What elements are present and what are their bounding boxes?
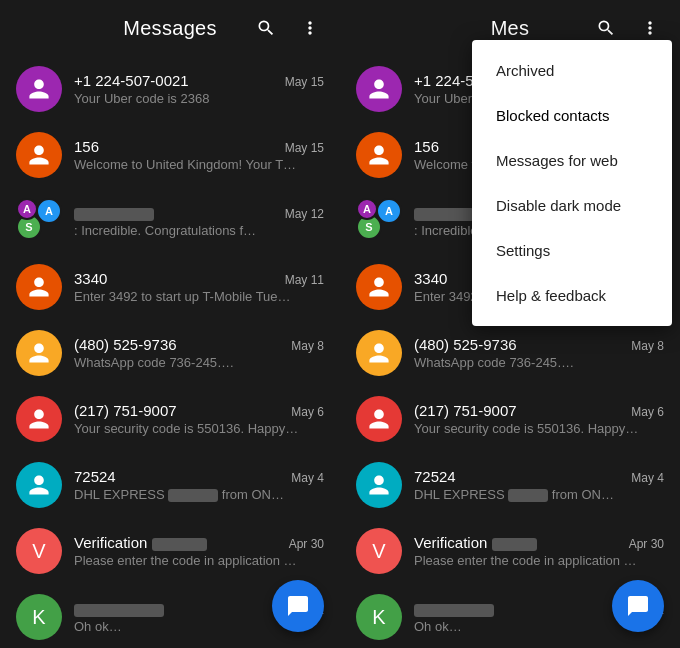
left-header: Messages <box>0 0 340 56</box>
more-button[interactable] <box>292 10 328 46</box>
message-date: May 6 <box>291 405 324 419</box>
message-date: Apr 30 <box>629 537 664 551</box>
list-item[interactable]: V Verification Apr 30 Please enter the c… <box>0 518 340 584</box>
avatar <box>356 66 402 112</box>
avatar <box>16 462 62 508</box>
avatar <box>356 396 402 442</box>
contact-name: (480) 525-9736 <box>414 336 517 353</box>
message-preview: WhatsApp code 736-245…. <box>414 355 664 370</box>
list-item[interactable]: (217) 751-9007 May 6 Your security code … <box>0 386 340 452</box>
message-content: Verification Apr 30 Please enter the cod… <box>414 534 664 568</box>
list-item[interactable]: 72524 May 4 DHL EXPRESS from ON… <box>340 452 680 518</box>
contact-name: (217) 751-9007 <box>74 402 177 419</box>
message-content: 72524 May 4 DHL EXPRESS from ON… <box>74 468 324 502</box>
message-content: 156 May 15 Welcome to United Kingdom! Yo… <box>74 138 324 172</box>
message-preview: DHL EXPRESS from ON… <box>74 487 324 502</box>
menu-item-archived[interactable]: Archived <box>472 48 672 93</box>
list-item[interactable]: V Verification Apr 30 Please enter the c… <box>340 518 680 584</box>
message-preview: Your security code is 550136. Happy… <box>414 421 664 436</box>
message-content: 72524 May 4 DHL EXPRESS from ON… <box>414 468 664 502</box>
avatar: K <box>16 594 62 640</box>
avatar <box>16 132 62 178</box>
list-item[interactable]: (480) 525-9736 May 8 WhatsApp code 736-2… <box>340 320 680 386</box>
list-item[interactable]: (217) 751-9007 May 6 Your security code … <box>340 386 680 452</box>
list-item[interactable]: (480) 525-9736 May 8 WhatsApp code 736-2… <box>0 320 340 386</box>
message-content: +1 224-507-0021 May 15 Your Uber code is… <box>74 72 324 106</box>
contact-name <box>414 204 474 221</box>
contact-name: (217) 751-9007 <box>414 402 517 419</box>
message-preview: Your security code is 550136. Happy… <box>74 421 324 436</box>
contact-name: 156 <box>414 138 439 155</box>
contact-name: Verification <box>414 534 537 551</box>
avatar: K <box>356 594 402 640</box>
compose-fab[interactable] <box>272 580 324 632</box>
avatar <box>16 66 62 112</box>
avatar: V <box>16 528 62 574</box>
avatar <box>356 264 402 310</box>
contact-name <box>74 600 164 617</box>
message-preview: Enter 3492 to start up T-Mobile Tue… <box>74 289 324 304</box>
list-item[interactable]: A S A May 12 : Incredible. Congratulatio… <box>0 188 340 254</box>
contact-name: 72524 <box>414 468 456 485</box>
dropdown-menu: Archived Blocked contacts Messages for w… <box>472 40 672 326</box>
list-item[interactable]: 3340 May 11 Enter 3492 to start up T-Mob… <box>0 254 340 320</box>
avatar <box>16 330 62 376</box>
contact-name: 156 <box>74 138 99 155</box>
message-preview: Please enter the code in application … <box>414 553 664 568</box>
list-item[interactable]: 156 May 15 Welcome to United Kingdom! Yo… <box>0 122 340 188</box>
avatar: V <box>356 528 402 574</box>
contact-name: +1 224-507-0021 <box>74 72 189 89</box>
message-content: 3340 May 11 Enter 3492 to start up T-Mob… <box>74 270 324 304</box>
avatar-stack: A S A <box>356 198 402 244</box>
avatar <box>356 132 402 178</box>
message-content: (480) 525-9736 May 8 WhatsApp code 736-2… <box>74 336 324 370</box>
contact-name: 72524 <box>74 468 116 485</box>
left-header-icons <box>248 10 328 46</box>
contact-name <box>74 204 154 221</box>
list-item[interactable]: +1 224-507-0021 May 15 Your Uber code is… <box>0 56 340 122</box>
avatar: A <box>356 198 378 220</box>
left-panel: Messages +1 224-507-0021 May 15 Your Ube… <box>0 0 340 648</box>
message-date: Apr 30 <box>289 537 324 551</box>
menu-item-blocked[interactable]: Blocked contacts <box>472 93 672 138</box>
message-content: May 12 : Incredible. Congratulations f… <box>74 204 324 238</box>
left-title: Messages <box>123 17 217 40</box>
message-date: May 8 <box>631 339 664 353</box>
list-item[interactable]: 72524 May 4 DHL EXPRESS from ON… <box>0 452 340 518</box>
message-preview: Your Uber code is 2368 <box>74 91 324 106</box>
message-preview: DHL EXPRESS from ON… <box>414 487 664 502</box>
avatar <box>16 264 62 310</box>
message-preview: Please enter the code in application … <box>74 553 324 568</box>
message-content: Verification Apr 30 Please enter the cod… <box>74 534 324 568</box>
avatar <box>356 330 402 376</box>
message-preview: : Incredible. Congratulations f… <box>74 223 324 238</box>
message-date: May 8 <box>291 339 324 353</box>
message-list: +1 224-507-0021 May 15 Your Uber code is… <box>0 56 340 648</box>
search-button[interactable] <box>248 10 284 46</box>
avatar <box>356 462 402 508</box>
compose-fab-right[interactable] <box>612 580 664 632</box>
message-date: May 15 <box>285 75 324 89</box>
message-date: May 12 <box>285 207 324 221</box>
contact-name: Verification <box>74 534 207 551</box>
message-preview: Welcome to United Kingdom! Your T… <box>74 157 324 172</box>
message-date: May 4 <box>291 471 324 485</box>
message-content: (217) 751-9007 May 6 Your security code … <box>414 402 664 436</box>
message-date: May 15 <box>285 141 324 155</box>
message-preview: WhatsApp code 736-245…. <box>74 355 324 370</box>
contact-name: 3340 <box>74 270 107 287</box>
message-content: (217) 751-9007 May 6 Your security code … <box>74 402 324 436</box>
contact-name: 3340 <box>414 270 447 287</box>
message-date: May 4 <box>631 471 664 485</box>
menu-item-darkmode[interactable]: Disable dark mode <box>472 183 672 228</box>
menu-item-settings[interactable]: Settings <box>472 228 672 273</box>
right-panel: Mes +1 224-507-00… Your Uber code i… <box>340 0 680 648</box>
message-date: May 11 <box>285 273 324 287</box>
avatar-stack: A S A <box>16 198 62 244</box>
contact-name: (480) 525-9736 <box>74 336 177 353</box>
contact-name <box>414 600 494 617</box>
menu-item-help[interactable]: Help & feedback <box>472 273 672 318</box>
menu-item-web[interactable]: Messages for web <box>472 138 672 183</box>
avatar: A <box>16 198 38 220</box>
right-title: Mes <box>491 17 530 40</box>
